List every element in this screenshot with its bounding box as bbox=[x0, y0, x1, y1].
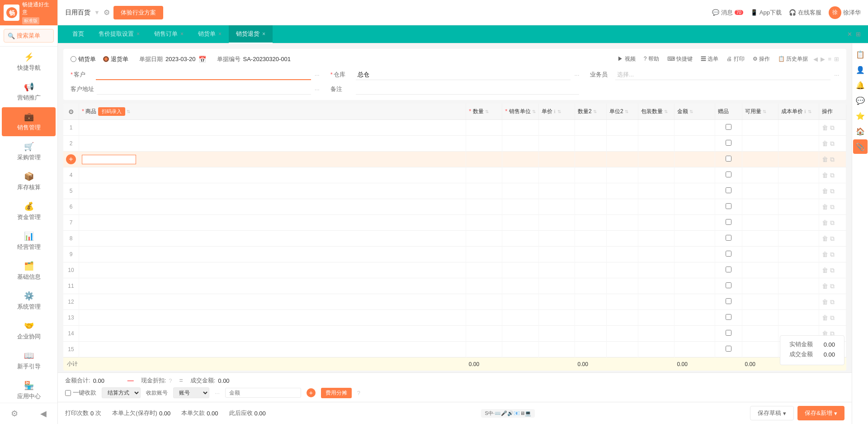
toolbar-history[interactable]: 📋 历史单据 bbox=[775, 54, 811, 64]
sidebar-bottom-collapse[interactable]: ◀ bbox=[38, 407, 48, 420]
copy-row-1[interactable]: ⧉ bbox=[830, 124, 835, 132]
customer-input[interactable] bbox=[96, 69, 311, 80]
delete-row-7[interactable]: 🗑 bbox=[822, 219, 828, 226]
row-unit-2[interactable] bbox=[502, 136, 539, 152]
row-qty2-1[interactable] bbox=[575, 120, 607, 136]
copy-row-9[interactable]: ⧉ bbox=[830, 251, 835, 258]
delete-row-1[interactable]: 🗑 bbox=[822, 124, 828, 131]
account-method-select[interactable]: 结算方式 bbox=[102, 387, 141, 398]
row-avail-1[interactable] bbox=[742, 120, 778, 136]
product-input-3[interactable] bbox=[82, 155, 136, 164]
sidebar-item-sales[interactable]: 💼 销售管理 bbox=[2, 107, 56, 136]
one-click-pay-check[interactable]: 一键收款 bbox=[65, 389, 96, 397]
sidebar-bottom-settings[interactable]: ⚙ bbox=[9, 407, 20, 420]
row-cost-1[interactable] bbox=[778, 120, 819, 136]
sidebar-item-cooperation[interactable]: 🤝 企业协同 bbox=[2, 316, 56, 345]
rs-icon-4[interactable]: 💬 bbox=[853, 93, 868, 108]
cost-split-button[interactable]: 费用分摊 bbox=[321, 388, 352, 398]
user-item[interactable]: 徐 徐泽华 bbox=[829, 6, 861, 19]
tab-close-sales[interactable]: × bbox=[218, 31, 222, 37]
sidebar-item-finance[interactable]: 💰 资金管理 bbox=[2, 197, 56, 226]
tab-sales[interactable]: 销货单 × bbox=[191, 25, 229, 43]
row-amount-1[interactable] bbox=[675, 120, 715, 136]
row-gift-1[interactable] bbox=[715, 120, 742, 136]
row-unit2-2[interactable] bbox=[607, 136, 638, 152]
row-avail-3[interactable] bbox=[742, 152, 778, 167]
tab-close-sales-order[interactable]: × bbox=[180, 31, 184, 37]
sidebar-item-operations[interactable]: 📊 经营管理 bbox=[2, 227, 56, 256]
next-record-icon[interactable]: ▶ bbox=[821, 56, 825, 62]
cost-info-icon[interactable]: ℹ bbox=[804, 109, 806, 114]
delete-row-4[interactable]: 🗑 bbox=[822, 172, 828, 179]
save-draft-button[interactable]: 保存草稿 ▾ bbox=[750, 406, 794, 420]
delete-row-13[interactable]: 🗑 bbox=[822, 314, 828, 321]
toolbar-ops[interactable]: ⚙ 操作 bbox=[750, 54, 773, 64]
tab-home[interactable]: 首页 bbox=[65, 25, 91, 43]
sidebar-item-basics[interactable]: 🗂️ 基础信息 bbox=[2, 257, 56, 286]
toolbar-select[interactable]: ☰ 选单 bbox=[698, 54, 721, 64]
amount-input[interactable] bbox=[225, 388, 301, 398]
calendar-icon[interactable]: 📅 bbox=[198, 56, 206, 63]
rs-icon-6[interactable]: 🏠 bbox=[853, 124, 868, 138]
tab-return[interactable]: 销货退货 × bbox=[229, 25, 273, 43]
address-dots[interactable]: ··· bbox=[315, 86, 320, 93]
save-draft-dropdown-icon[interactable]: ▾ bbox=[783, 410, 786, 417]
copy-row-7[interactable]: ⧉ bbox=[830, 219, 835, 227]
copy-row-4[interactable]: ⧉ bbox=[830, 172, 835, 179]
toolbar-shortcuts[interactable]: ⌨ 快捷键 bbox=[665, 54, 695, 64]
rs-icon-5[interactable]: ⭐ bbox=[853, 109, 868, 123]
sidebar-item-shortcuts[interactable]: ⚡ 快捷导航 bbox=[2, 48, 56, 76]
sidebar-item-system[interactable]: ⚙️ 系统管理 bbox=[2, 286, 56, 315]
row-avail-2[interactable] bbox=[742, 136, 778, 152]
date-value[interactable]: 2023-03-20 bbox=[165, 56, 196, 62]
row-price-3[interactable] bbox=[539, 152, 575, 167]
staff-input[interactable]: 选择... bbox=[615, 69, 830, 80]
warehouse-input[interactable]: 总仓 bbox=[356, 69, 571, 80]
qty2-sort-icon[interactable]: ⇅ bbox=[593, 109, 597, 114]
scan-button[interactable]: 扫码录入 bbox=[98, 107, 125, 116]
copy-row-8[interactable]: ⧉ bbox=[830, 235, 835, 243]
delete-row-12[interactable]: 🗑 bbox=[822, 298, 828, 305]
row-pkg-3[interactable] bbox=[638, 152, 675, 167]
prev-record-icon[interactable]: ◀ bbox=[813, 56, 818, 62]
product-sort-icon[interactable]: ⇅ bbox=[127, 109, 130, 114]
sidebar-item-appstore[interactable]: 🏪 应用中心 bbox=[2, 376, 56, 403]
sidebar-item-inventory[interactable]: 📦 库存核算 bbox=[2, 167, 56, 196]
rs-icon-3[interactable]: 🔔 bbox=[853, 78, 868, 92]
account-dots[interactable]: ··· bbox=[215, 390, 220, 396]
row-amount-3[interactable] bbox=[675, 152, 715, 167]
rs-icon-1[interactable]: 📋 bbox=[853, 47, 868, 62]
delete-row-6[interactable]: 🗑 bbox=[822, 203, 828, 210]
sidebar-search[interactable]: 🔍 搜索菜单 bbox=[0, 25, 57, 47]
row-price-1[interactable] bbox=[539, 120, 575, 136]
copy-row-6[interactable]: ⧉ bbox=[830, 203, 835, 211]
row-unit2-1[interactable] bbox=[607, 120, 638, 136]
toolbar-help[interactable]: ? 帮助 bbox=[641, 54, 662, 64]
cost-split-help-icon[interactable]: ? bbox=[357, 390, 360, 396]
rs-icon-7[interactable]: 📎 bbox=[853, 139, 868, 154]
close-tab-icon[interactable]: ✕ bbox=[847, 31, 852, 38]
sidebar-item-marketing[interactable]: 📢 营销推广 bbox=[2, 77, 56, 106]
search-menu-button[interactable]: 🔍 搜索菜单 bbox=[4, 29, 54, 43]
save-new-button[interactable]: 保存&新增 ▾ bbox=[797, 406, 844, 420]
row-unit-3[interactable] bbox=[502, 152, 539, 167]
toolbar-print[interactable]: 🖨 打印 bbox=[724, 54, 747, 64]
price-sort-icon[interactable]: ⇅ bbox=[557, 109, 561, 114]
notification-item[interactable]: 💬 消息 70 bbox=[712, 9, 743, 17]
delete-row-5[interactable]: 🗑 bbox=[822, 187, 828, 195]
qty-sort-icon[interactable]: ⇅ bbox=[485, 109, 489, 114]
row-pkg-2[interactable] bbox=[638, 136, 675, 152]
row-qty2-2[interactable] bbox=[575, 136, 607, 152]
radio-sales-input[interactable] bbox=[71, 56, 76, 62]
row-product-2[interactable] bbox=[79, 136, 466, 152]
copy-row-12[interactable]: ⧉ bbox=[830, 298, 835, 306]
delete-row-11[interactable]: 🗑 bbox=[822, 282, 828, 290]
copy-row-10[interactable]: ⧉ bbox=[830, 267, 835, 274]
save-new-dropdown-icon[interactable]: ▾ bbox=[834, 410, 837, 417]
row-unit-1[interactable] bbox=[502, 120, 539, 136]
row-gift-2[interactable] bbox=[715, 136, 742, 152]
row-qty2-3[interactable] bbox=[575, 152, 607, 167]
radio-sales[interactable]: 销货单 bbox=[71, 55, 96, 63]
topbar-settings-icon[interactable]: ⚙ bbox=[104, 8, 110, 17]
view-grid-icon[interactable]: ⊞ bbox=[834, 56, 839, 62]
